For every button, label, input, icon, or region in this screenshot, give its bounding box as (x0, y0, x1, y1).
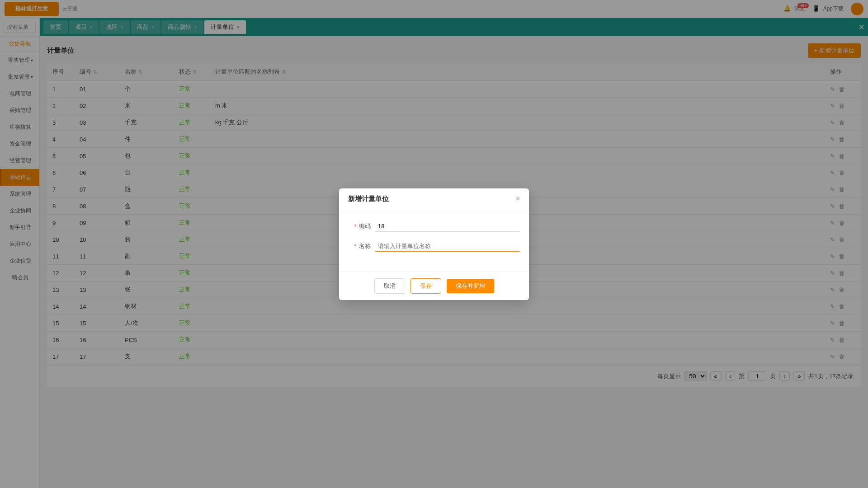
modal-body: * 编码 * 名称 (339, 210, 529, 272)
app-wrapper: 橙林通打生意 云壁通 🔔 99+ 消息 📱 App下载 快捷导航 (0, 0, 868, 488)
name-label: * 名称 (348, 242, 375, 250)
name-input[interactable] (375, 241, 520, 252)
modal-header: 新增计量单位 × (339, 188, 529, 210)
save-and-new-button[interactable]: 保存并新增 (447, 279, 494, 293)
modal-overlay: 新增计量单位 × * 编码 * 名称 (0, 0, 868, 488)
modal-footer: 取消 保存 保存并新增 (339, 272, 529, 300)
save-button[interactable]: 保存 (410, 278, 441, 294)
required-star: * (354, 243, 356, 249)
cancel-button[interactable]: 取消 (374, 278, 405, 294)
code-label: * 编码 (348, 222, 375, 230)
form-row-name: * 名称 (348, 241, 520, 252)
required-star: * (354, 223, 356, 230)
form-row-code: * 编码 (348, 221, 520, 232)
add-measure-unit-modal: 新增计量单位 × * 编码 * 名称 (339, 188, 529, 300)
modal-close-button[interactable]: × (516, 195, 520, 203)
code-input[interactable] (375, 221, 520, 232)
modal-title: 新增计量单位 (348, 195, 389, 203)
